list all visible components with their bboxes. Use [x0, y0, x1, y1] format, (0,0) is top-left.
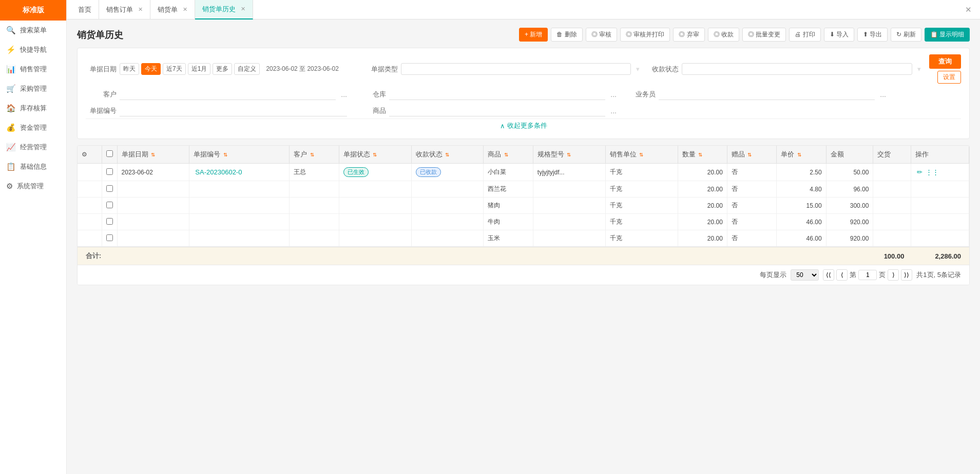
- date-7days-btn[interactable]: 近7天: [163, 63, 186, 75]
- th-order-status[interactable]: 单据状态 ⇅: [339, 146, 411, 164]
- row-order-status-4: [339, 230, 411, 247]
- row-order-no-2[interactable]: [189, 198, 290, 214]
- th-payment-status[interactable]: 收款状态 ⇅: [411, 146, 484, 164]
- date-today-btn[interactable]: 今天: [141, 63, 161, 75]
- collapse-filter-btn[interactable]: ∧ 收起更多条件: [86, 118, 961, 132]
- row-order-no-3[interactable]: [189, 214, 290, 230]
- row-unit-1: 千克: [605, 181, 678, 198]
- warehouse-filter-dots[interactable]: ...: [610, 90, 617, 98]
- batch-change-button[interactable]: ◎ 批量变更: [742, 28, 786, 42]
- row-checkbox-4[interactable]: [102, 230, 117, 247]
- row-order-no-0[interactable]: SA-20230602-0: [189, 164, 290, 181]
- th-customer[interactable]: 客户 ⇅: [290, 146, 339, 164]
- date-custom-btn[interactable]: 自定义: [234, 63, 260, 75]
- page-number-input[interactable]: [858, 270, 877, 280]
- filter-row-2: 客户 ... 仓库 ... 业务员 ...: [86, 89, 961, 100]
- th-gear[interactable]: ⚙: [78, 146, 102, 164]
- th-price[interactable]: 单价 ⇅: [777, 146, 826, 164]
- salesperson-filter-input[interactable]: [659, 89, 875, 100]
- th-qty[interactable]: 数量 ⇅: [678, 146, 727, 164]
- row-order-no-1[interactable]: [189, 181, 290, 198]
- row-checkbox-2[interactable]: [102, 198, 117, 214]
- date-1month-btn[interactable]: 近1月: [188, 63, 211, 75]
- row-goods-0: 小白菜: [484, 164, 533, 181]
- row-unit-0: 千克: [605, 164, 678, 181]
- status-filter-input[interactable]: [682, 63, 912, 75]
- sidebar-item-inventory[interactable]: 🏠 库存核算: [0, 98, 66, 118]
- total-amount: 2,286.00: [935, 252, 961, 260]
- sidebar-item-purchase-mgmt[interactable]: 🛒 采购管理: [0, 79, 66, 98]
- row-checkbox-1[interactable]: [102, 181, 117, 198]
- export-button[interactable]: ⬆ 导出: [857, 28, 888, 42]
- query-button[interactable]: 查询: [929, 54, 961, 69]
- sidebar-item-quick-nav[interactable]: ⚡ 快捷导航: [0, 40, 66, 60]
- warehouse-filter-input[interactable]: [389, 89, 605, 100]
- date-more-btn[interactable]: 更多: [213, 63, 232, 75]
- th-unit[interactable]: 销售单位 ⇅: [605, 146, 678, 164]
- tab-sales-history[interactable]: 销货单历史 ✕: [195, 0, 253, 19]
- sort-icon-price: ⇅: [797, 152, 801, 157]
- customer-filter-dots[interactable]: ...: [341, 90, 347, 98]
- row-spec-4: [533, 230, 605, 247]
- th-goods[interactable]: 商品 ⇅: [484, 146, 533, 164]
- new-button[interactable]: + 新增: [519, 28, 548, 42]
- discard-button[interactable]: ◎ 弃审: [673, 28, 704, 42]
- sidebar-item-label-finance: 资金管理: [20, 123, 47, 132]
- row-order-status-3: [339, 214, 411, 230]
- audit-button[interactable]: ◎ 审核: [586, 28, 617, 42]
- settings-button[interactable]: 设置: [937, 71, 961, 84]
- page-next-btn[interactable]: ⟩: [888, 269, 899, 281]
- row-customer-2: [290, 198, 339, 214]
- row-order-no-4[interactable]: [189, 230, 290, 247]
- sidebar-item-system[interactable]: ⚙ 系统管理: [0, 176, 66, 196]
- search-icon: 🔍: [6, 26, 16, 35]
- row-qty-4: 20.00: [678, 230, 727, 247]
- refresh-button[interactable]: ↻ 刷新: [891, 28, 921, 42]
- tab-sales-order-close[interactable]: ✕: [138, 6, 143, 13]
- row-price-2: 15.00: [777, 198, 826, 214]
- page-first-btn[interactable]: ⟨⟨: [823, 269, 834, 281]
- flash-icon: ⚡: [6, 45, 16, 54]
- audit-print-button[interactable]: ◎ 审核并打印: [620, 28, 670, 42]
- tab-sales-history-close[interactable]: ✕: [241, 6, 245, 12]
- sort-icon-order-status: ⇅: [373, 152, 377, 157]
- th-date[interactable]: 单据日期 ⇅: [117, 146, 189, 164]
- salesperson-filter-dots[interactable]: ...: [880, 90, 886, 98]
- sidebar-item-finance[interactable]: 💰 资金管理: [0, 118, 66, 137]
- delete-button[interactable]: 🗑 删除: [551, 28, 582, 42]
- goods-filter-dots[interactable]: ...: [610, 107, 617, 115]
- more-link[interactable]: ⋮⋮: [926, 168, 939, 176]
- page-last-btn[interactable]: ⟩⟩: [901, 269, 912, 281]
- table-row: 西兰花 千克 20.00 否 4.80 96.00: [78, 181, 969, 198]
- customer-filter-input[interactable]: [120, 89, 336, 100]
- row-checkbox-3[interactable]: [102, 214, 117, 230]
- per-page-select[interactable]: 20 50 100: [791, 269, 819, 281]
- display-detail-button[interactable]: 📋 显示明细: [925, 28, 970, 42]
- tab-sales-order[interactable]: 销售订单 ✕: [99, 0, 150, 19]
- type-filter-input[interactable]: [401, 63, 631, 75]
- collect-button[interactable]: ◎ 收款: [708, 28, 739, 42]
- select-all-checkbox[interactable]: [106, 150, 113, 157]
- tab-home[interactable]: 首页: [71, 0, 99, 19]
- import-button[interactable]: ⬇ 导入: [824, 28, 854, 42]
- goods-filter-input[interactable]: [389, 105, 605, 116]
- close-all-tabs-btn[interactable]: ✕: [961, 5, 976, 14]
- tab-sales-delivery[interactable]: 销货单 ✕: [150, 0, 195, 19]
- date-yesterday-btn[interactable]: 昨天: [120, 63, 139, 75]
- edit-link[interactable]: ✏: [917, 168, 923, 176]
- sidebar-item-basic-info[interactable]: 📋 基础信息: [0, 157, 66, 176]
- th-checkbox: [102, 146, 117, 164]
- row-spec-0: tyjyjtyjdf...: [533, 164, 605, 181]
- orderno-filter-input[interactable]: [120, 105, 347, 116]
- th-gift[interactable]: 赠品 ⇅: [727, 146, 776, 164]
- print-button[interactable]: 🖨 打印: [789, 28, 820, 42]
- th-spec[interactable]: 规格型号 ⇅: [533, 146, 605, 164]
- sort-icon-payment-status: ⇅: [445, 152, 449, 157]
- row-checkbox-0[interactable]: [102, 164, 117, 181]
- sidebar-item-operations[interactable]: 📈 经营管理: [0, 137, 66, 157]
- sidebar-item-search-menu[interactable]: 🔍 搜索菜单: [0, 21, 66, 40]
- page-prev-btn[interactable]: ⟨: [836, 269, 848, 281]
- tab-sales-delivery-close[interactable]: ✕: [183, 6, 187, 13]
- sidebar-item-sales-mgmt[interactable]: 📊 销售管理: [0, 60, 66, 79]
- th-order-no[interactable]: 单据编号 ⇅: [189, 146, 290, 164]
